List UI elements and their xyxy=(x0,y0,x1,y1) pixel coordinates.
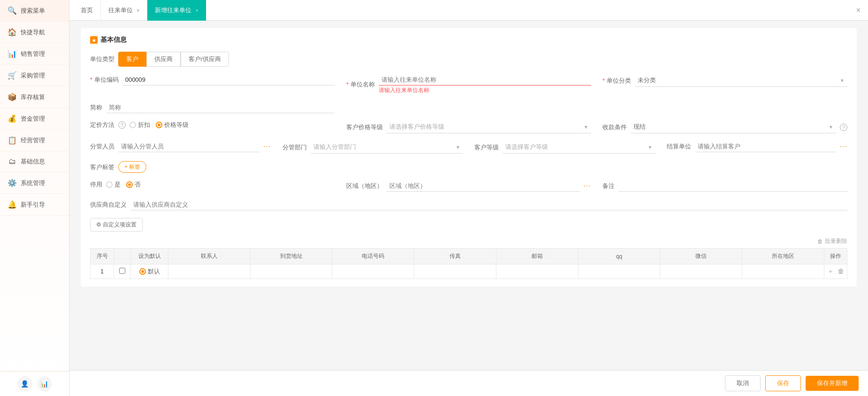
stats-icon[interactable]: 📊 xyxy=(37,376,52,391)
col-header-default: 设为默认 xyxy=(131,248,168,264)
region-input[interactable] xyxy=(387,180,580,192)
row-contact[interactable] xyxy=(168,264,251,279)
supplier-custom-label: 供应商自定义 xyxy=(90,201,127,209)
sidebar-item-label: 系统管理 xyxy=(21,179,45,187)
row-delete-icon[interactable]: 🗑 xyxy=(838,267,844,276)
sidebar-item-guide[interactable]: 🔔 新手引导 xyxy=(0,194,69,216)
unit-name-input[interactable] xyxy=(379,74,591,85)
payment-terms-label: 收款条件 xyxy=(602,123,627,132)
code-name-category-row: 单位编码 单位名称 请输入往来单位名称 单位分类 未分类 ▼ xyxy=(90,74,847,94)
row-fax-input[interactable] xyxy=(417,268,493,275)
unit-type-label: 单位类型 xyxy=(90,55,114,63)
row-email[interactable] xyxy=(496,264,578,279)
supervisor-more-icon[interactable]: ··· xyxy=(263,142,271,151)
row-checkbox[interactable] xyxy=(119,268,125,274)
tab-counterpart[interactable]: 往来单位 × xyxy=(101,0,147,21)
sidebar-item-quick-nav[interactable]: 🏠 快捷导航 xyxy=(0,22,69,43)
pricing-level-radio[interactable]: 价格等级 xyxy=(156,121,189,129)
unit-category-select[interactable]: 未分类 ▼ xyxy=(635,74,847,87)
customer-price-level-placeholder: 请选择客户价格等级 xyxy=(389,123,444,131)
customer-price-level-select[interactable]: 请选择客户价格等级 ▼ xyxy=(387,121,591,133)
user-avatar[interactable]: 👤 xyxy=(17,376,32,391)
sidebar-item-operations[interactable]: 📋 经营管理 xyxy=(0,130,69,151)
remark-input[interactable] xyxy=(618,180,847,192)
payment-terms-help-icon[interactable]: ? xyxy=(840,124,847,131)
row-fax[interactable] xyxy=(414,264,496,279)
unit-type-customer-button[interactable]: 客户 xyxy=(118,52,146,67)
pricing-method-label: 定价方法 xyxy=(90,121,114,129)
row-email-input[interactable] xyxy=(499,268,575,275)
row-wechat[interactable] xyxy=(660,264,742,279)
save-and-new-button[interactable]: 保存并新增 xyxy=(806,376,859,391)
settlement-unit-input[interactable] xyxy=(695,141,836,152)
row-phone-input[interactable] xyxy=(335,268,411,275)
add-tag-button[interactable]: + 标签 xyxy=(118,161,146,173)
payment-terms-select[interactable]: 现结 ▼ xyxy=(631,121,836,133)
tab-home-label: 首页 xyxy=(81,6,93,15)
unit-type-both-button[interactable]: 客户/供应商 xyxy=(181,52,229,67)
row-region-input[interactable] xyxy=(745,268,821,275)
sidebar-item-inventory[interactable]: 📦 库存核算 xyxy=(0,86,69,108)
sidebar-item-search[interactable]: 🔍 搜索菜单 xyxy=(0,0,69,22)
short-name-input[interactable] xyxy=(106,102,335,113)
unit-category-field: 单位分类 未分类 ▼ xyxy=(602,74,847,87)
region-more-icon[interactable]: ··· xyxy=(584,182,591,190)
unit-category-arrow: ▼ xyxy=(840,78,845,83)
disabled-yes-radio[interactable]: 是 xyxy=(106,180,121,189)
col-header-seq: 序号 xyxy=(91,248,114,264)
customer-tag-field: 客户标签 + 标签 xyxy=(90,161,847,173)
guide-icon: 🔔 xyxy=(8,200,17,209)
disabled-field: 停用 是 否 xyxy=(90,180,335,189)
settlement-unit-more-icon[interactable]: ··· xyxy=(840,142,847,151)
row-action-icons: ＋ 🗑 xyxy=(827,267,844,276)
row-address[interactable] xyxy=(250,264,332,279)
tab-new-counterpart[interactable]: 新增往来单位 × xyxy=(147,0,206,21)
tab-home[interactable]: 首页 xyxy=(73,0,101,21)
window-close-button[interactable]: × xyxy=(853,6,864,15)
tab-new-counterpart-close[interactable]: × xyxy=(195,8,198,13)
row-qq[interactable] xyxy=(578,264,660,279)
pricing-level-circle xyxy=(156,122,162,128)
cancel-button[interactable]: 取消 xyxy=(725,375,761,391)
row-default-radio[interactable]: 默认 xyxy=(134,267,165,276)
row-phone[interactable] xyxy=(332,264,414,279)
row-add-icon[interactable]: ＋ xyxy=(827,267,834,276)
row-wechat-input[interactable] xyxy=(663,268,739,275)
form-footer: 取消 保存 保存并新增 xyxy=(69,370,868,396)
batch-delete-button[interactable]: 🗑 批量删除 xyxy=(817,237,847,245)
department-select[interactable]: 请输入分管部门 ▼ xyxy=(311,141,464,154)
sidebar-item-sales[interactable]: 📊 销售管理 xyxy=(0,43,69,65)
supervisor-input[interactable] xyxy=(118,141,259,152)
row-qq-input[interactable] xyxy=(581,268,657,275)
sidebar-item-finance[interactable]: 💰 资金管理 xyxy=(0,108,69,130)
pricing-method-field: 定价方法 ? 折扣 价格等级 xyxy=(90,121,335,129)
pricing-help-icon[interactable]: ? xyxy=(118,121,126,129)
customer-level-select[interactable]: 请选择客户等级 ▼ xyxy=(503,141,655,154)
sidebar-item-basic-info[interactable]: 🗂 基础信息 xyxy=(0,151,69,172)
supplier-custom-input[interactable] xyxy=(130,199,847,210)
disabled-no-radio[interactable]: 否 xyxy=(126,180,141,189)
unit-type-supplier-button[interactable]: 供应商 xyxy=(146,52,181,67)
col-header-phone: 电话号码 xyxy=(332,248,414,264)
sidebar-item-label: 新手引导 xyxy=(21,201,45,209)
supplier-custom-row: 供应商自定义 xyxy=(90,199,847,210)
save-button[interactable]: 保存 xyxy=(765,375,801,391)
sidebar-item-system[interactable]: ⚙️ 系统管理 xyxy=(0,172,69,194)
sidebar-item-label: 销售管理 xyxy=(21,50,45,58)
unit-category-value: 未分类 xyxy=(638,76,656,85)
row-contact-input[interactable] xyxy=(171,268,247,275)
sidebar-item-purchase[interactable]: 🛒 采购管理 xyxy=(0,65,69,86)
row-check[interactable] xyxy=(114,264,131,279)
tab-counterpart-close[interactable]: × xyxy=(137,8,139,13)
disabled-no-circle xyxy=(126,181,133,188)
batch-delete-icon: 🗑 xyxy=(817,238,823,245)
row-address-input[interactable] xyxy=(253,268,329,275)
pricing-discount-radio[interactable]: 折扣 xyxy=(129,121,150,129)
region-field: 区域（地区） ··· xyxy=(346,180,591,192)
row-region[interactable] xyxy=(742,264,824,279)
custom-settings-button[interactable]: ⚙ 自定义项设置 xyxy=(90,218,143,232)
unit-code-input[interactable] xyxy=(122,74,335,85)
sales-icon: 📊 xyxy=(8,49,17,58)
unit-name-input-box: 请输入往来单位名称 xyxy=(379,74,591,94)
col-header-fax: 传真 xyxy=(414,248,496,264)
